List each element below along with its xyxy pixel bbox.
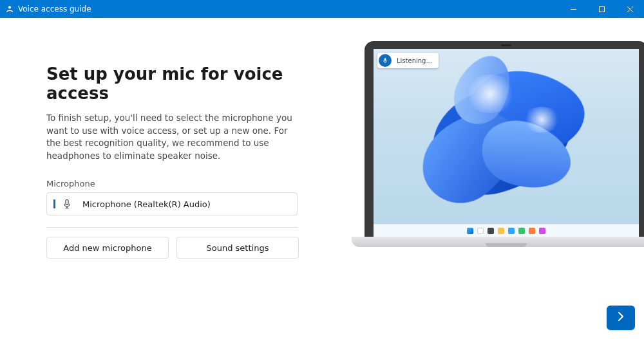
voice-access-status-text: Listening...: [393, 57, 439, 64]
sound-settings-button[interactable]: Sound settings: [176, 237, 299, 259]
svg-rect-5: [66, 200, 68, 205]
add-new-microphone-button[interactable]: Add new microphone: [46, 237, 169, 259]
laptop-screen: Listening...: [374, 49, 639, 237]
taskview-icon: [488, 228, 494, 234]
microphone-label: Microphone: [46, 179, 304, 188]
laptop-hinge: [486, 243, 527, 247]
start-icon: [467, 228, 473, 234]
button-row: Add new microphone Sound settings: [46, 237, 304, 259]
edge-icon: [508, 228, 515, 234]
microphone-icon: [62, 199, 72, 209]
sound-settings-label: Sound settings: [207, 243, 269, 253]
maximize-button[interactable]: [587, 0, 616, 18]
windows-bloom-wallpaper: [406, 62, 606, 216]
content-area: Set up your mic for voice access To fini…: [0, 18, 644, 339]
title-bar: Voice access guide: [0, 0, 644, 18]
voice-access-status-pill: Listening...: [377, 53, 439, 68]
svg-point-0: [8, 6, 11, 8]
setup-panel: Set up your mic for voice access To fini…: [46, 64, 304, 259]
laptop-bezel: Listening...: [365, 41, 644, 237]
microphone-icon: [379, 54, 392, 67]
mic-level-indicator: [53, 199, 55, 208]
taskbar: [374, 224, 639, 237]
divider: [46, 227, 298, 228]
app-icon: [539, 228, 545, 234]
page-heading: Set up your mic for voice access: [46, 64, 304, 103]
app-icon: [518, 228, 525, 234]
window-title: Voice access guide: [18, 5, 91, 14]
microphone-dropdown[interactable]: Microphone (Realtek(R) Audio): [46, 192, 298, 215]
selected-microphone-name: Microphone (Realtek(R) Audio): [82, 199, 211, 209]
next-button[interactable]: [607, 306, 635, 330]
svg-rect-2: [599, 6, 604, 12]
laptop-camera: [501, 44, 511, 46]
laptop-illustration: Listening...: [365, 41, 644, 253]
minimize-button[interactable]: [559, 0, 587, 18]
app-icon: [529, 228, 535, 234]
close-button[interactable]: [616, 0, 644, 18]
search-icon: [477, 228, 484, 234]
explorer-icon: [498, 228, 504, 234]
app-icon: [5, 5, 14, 14]
add-new-microphone-label: Add new microphone: [63, 243, 151, 253]
svg-rect-6: [384, 58, 386, 60]
page-description: To finish setup, you'll need to select t…: [46, 112, 304, 162]
chevron-right-icon: [615, 311, 627, 325]
